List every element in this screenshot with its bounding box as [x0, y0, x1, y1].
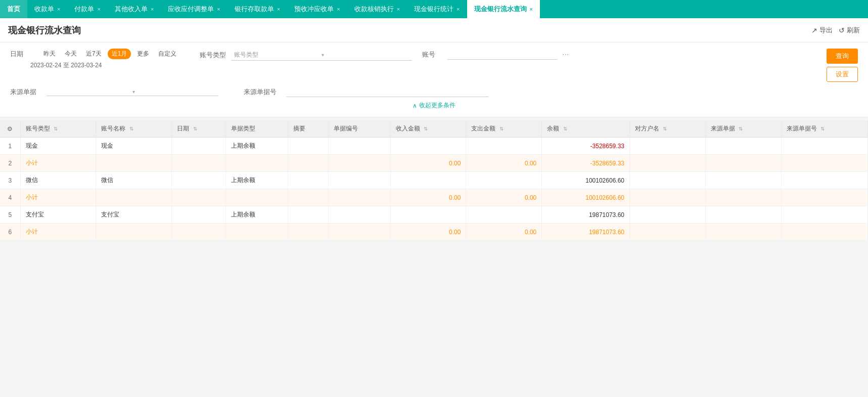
cell-date	[172, 206, 226, 224]
nav-tab-3[interactable]: 应收应付调整单 ×	[161, 0, 227, 18]
cell-expense: 0.00	[466, 189, 542, 206]
query-button[interactable]: 查询	[827, 49, 858, 64]
cell-expense: 0.00	[466, 155, 542, 172]
cell-account-name	[96, 189, 172, 206]
sort-balance-icon[interactable]: ⇅	[563, 126, 567, 131]
refresh-button[interactable]: ↺ 刷新	[839, 26, 860, 35]
cell-income: 0.00	[390, 155, 466, 172]
refresh-icon: ↺	[839, 26, 845, 34]
cell-source-doc-no	[781, 206, 867, 224]
col-settings[interactable]: ⚙	[0, 120, 20, 138]
col-income: 收入金额 ⇅	[390, 120, 466, 138]
col-counterparty: 对方户名 ⇅	[629, 120, 705, 138]
table-body: 1现金现金上期余额-3528659.332小计0.000.00-3528659.…	[0, 138, 868, 241]
settings-gear-icon[interactable]: ⚙	[7, 125, 13, 133]
sort-income-icon[interactable]: ⇅	[424, 126, 428, 131]
close-tab-5-icon[interactable]: ×	[337, 6, 340, 12]
close-tab-8-icon[interactable]: ×	[530, 6, 533, 12]
close-tab-1-icon[interactable]: ×	[97, 6, 100, 12]
source-doc-no-wrapper	[287, 87, 489, 97]
cell-income: 0.00	[390, 224, 466, 241]
row-num: 2	[0, 155, 20, 172]
cell-doc-type: 上期余额	[226, 138, 288, 155]
sort-account-type-icon[interactable]: ⇅	[54, 126, 58, 131]
cell-summary	[288, 224, 329, 241]
cell-account-name: 微信	[96, 172, 172, 189]
cell-source-doc	[705, 206, 781, 224]
cell-source-doc-no	[781, 224, 867, 241]
header-actions: ↗ 导出 ↺ 刷新	[811, 26, 860, 35]
table-row: 4小计0.000.00100102606.60	[0, 189, 868, 206]
cell-summary	[288, 172, 329, 189]
sort-counterparty-icon[interactable]: ⇅	[663, 126, 667, 131]
nav-tab-5[interactable]: 预收冲应收单 ×	[287, 0, 347, 18]
nav-tab-8[interactable]: 现金银行流水查询 ×	[467, 0, 540, 18]
cell-summary	[288, 155, 329, 172]
account-input[interactable]	[450, 51, 554, 58]
cell-date	[172, 155, 226, 172]
cell-date	[172, 224, 226, 241]
close-tab-2-icon[interactable]: ×	[151, 6, 154, 12]
cell-doc-no	[328, 172, 390, 189]
export-icon: ↗	[811, 26, 817, 34]
nav-home[interactable]: 首页	[0, 0, 27, 18]
cell-summary	[288, 138, 329, 155]
cell-counterparty	[629, 206, 705, 224]
date-yesterday-btn[interactable]: 昨天	[40, 49, 59, 59]
col-balance: 余额 ⇅	[542, 120, 630, 138]
close-tab-4-icon[interactable]: ×	[277, 6, 280, 12]
cell-source-doc-no	[781, 138, 867, 155]
cell-counterparty	[629, 172, 705, 189]
sort-source-doc-icon[interactable]: ⇅	[739, 126, 743, 131]
collapse-bar[interactable]: ∧ 收起更多条件	[10, 99, 858, 111]
sort-date-icon[interactable]: ⇅	[193, 126, 197, 131]
cell-income: 0.00	[390, 189, 466, 206]
cell-account-name	[96, 224, 172, 241]
cell-source-doc	[705, 138, 781, 155]
settings-button[interactable]: 设置	[827, 67, 858, 82]
cell-expense: 0.00	[466, 224, 542, 241]
source-doc-arrow-icon: ▾	[132, 89, 215, 95]
close-tab-3-icon[interactable]: ×	[217, 6, 220, 12]
source-doc-select[interactable]: ▾	[47, 88, 218, 96]
date-1month-btn[interactable]: 近1月	[108, 49, 131, 59]
cell-account-type: 小计	[20, 155, 96, 172]
sort-expense-icon[interactable]: ⇅	[499, 126, 504, 131]
row-num: 6	[0, 224, 20, 241]
cell-doc-type	[226, 155, 288, 172]
cell-doc-type	[226, 224, 288, 241]
nav-tab-4[interactable]: 银行存取款单 ×	[227, 0, 287, 18]
cell-income	[390, 138, 466, 155]
cell-summary	[288, 189, 329, 206]
nav-tab-7[interactable]: 现金银行统计 ×	[407, 0, 467, 18]
date-more-btn[interactable]: 更多	[134, 49, 152, 59]
export-button[interactable]: ↗ 导出	[811, 26, 833, 35]
nav-tab-1[interactable]: 付款单 ×	[67, 0, 107, 18]
row-num: 4	[0, 189, 20, 206]
cell-counterparty	[629, 155, 705, 172]
nav-tab-0[interactable]: 收款单 ×	[27, 0, 67, 18]
cell-counterparty	[629, 224, 705, 241]
cell-date	[172, 189, 226, 206]
cell-account-type: 小计	[20, 224, 96, 241]
cell-account-name: 现金	[96, 138, 172, 155]
nav-tab-2[interactable]: 其他收入单 ×	[108, 0, 161, 18]
date-today-btn[interactable]: 今天	[62, 49, 80, 59]
sort-account-name-icon[interactable]: ⇅	[129, 126, 133, 131]
date-7days-btn[interactable]: 近7天	[83, 49, 105, 59]
date-options: ⚙ 昨天 今天 近7天 近1月 更多 自定义	[40, 49, 179, 59]
cell-balance: 19871073.60	[542, 206, 630, 224]
source-doc-no-input[interactable]	[290, 89, 486, 96]
col-summary: 摘要	[288, 120, 329, 138]
nav-tab-6[interactable]: 收款核销执行 ×	[347, 0, 407, 18]
cell-doc-type: 上期余额	[226, 206, 288, 224]
cell-date	[172, 138, 226, 155]
date-custom-btn[interactable]: 自定义	[155, 49, 179, 59]
account-more-icon[interactable]: ···	[562, 50, 569, 59]
account-type-select[interactable]: 账号类型 ▾	[231, 50, 412, 61]
close-tab-0-icon[interactable]: ×	[57, 6, 60, 12]
close-tab-7-icon[interactable]: ×	[456, 6, 460, 12]
close-tab-6-icon[interactable]: ×	[397, 6, 400, 12]
sort-source-doc-no-icon[interactable]: ⇅	[820, 126, 825, 131]
source-doc-no-label: 来源单据号	[244, 87, 277, 97]
